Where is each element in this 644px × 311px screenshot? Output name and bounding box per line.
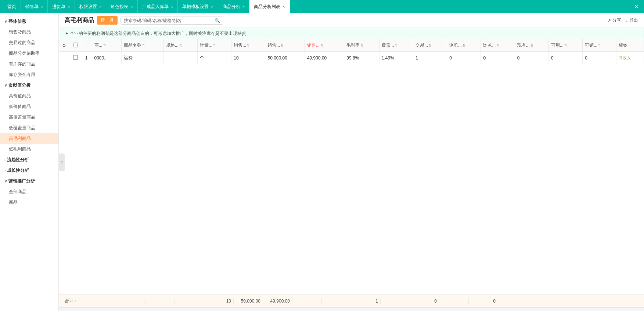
nav-tab-analysis-list[interactable]: 商品分析列表 × [249,0,289,13]
sort-arrows-icon-5: ⇅ [247,44,250,47]
cell-available: 0 [548,52,582,64]
cell-checkbox[interactable] [70,52,81,64]
cell-salable: 0 [583,52,616,64]
nav-tab-role-permission[interactable]: 角色授权 × [106,0,137,13]
arrow-down-icon: ∨ [4,19,7,23]
column-unit[interactable]: 计量...⇅ [198,39,231,52]
column-browse1[interactable]: 浏览...⇅ [447,39,481,52]
column-margin-rate[interactable]: 毛利率⇅ [344,39,379,52]
sort-arrows-icon-15: ⇅ [598,44,601,47]
arrow-down-icon-3: ∨ [4,179,7,183]
sort-arrows-icon-14: ⇅ [564,44,567,47]
column-name[interactable]: 商品名称⇅ [121,39,163,52]
close-entry-icon[interactable]: × [171,4,173,9]
close-analysis-list-icon[interactable]: × [283,4,285,9]
sidebar-collapse-button[interactable]: « [59,153,65,171]
nav-tab-product-entry[interactable]: 产成品入库单 × [138,0,178,13]
tag-badge: 高收入 [619,55,631,60]
column-browse2[interactable]: 浏览...⇅ [481,39,515,52]
column-current-stock[interactable]: 现有...⇅ [515,39,548,52]
close-sales-icon[interactable]: × [41,4,43,9]
footer-browse2: 0 [410,299,439,304]
sort-arrows-icon-12: ⇅ [496,44,499,47]
horizontal-scrollbar[interactable] [59,307,644,311]
cell-spec [163,52,197,64]
sort-arrows-icon-2: ⇅ [142,44,145,47]
column-num [81,39,92,52]
column-spec[interactable]: 规格...⇅ [163,39,197,52]
footer-sales-amount: 50,000.00 [234,299,263,304]
sidebar-group-marketing[interactable]: ∨ 营销推广分析 [0,176,58,187]
close-template-icon[interactable]: × [211,4,213,9]
column-coverage[interactable]: 覆盖...⇅ [379,39,413,52]
content-area: « 高毛利商品 近一月 🔍 ↗ 分享 ↓ 导出 ✦ 企业 [59,13,644,311]
sidebar-item-high-value[interactable]: 高价值商品 [0,91,58,101]
column-sales-qty[interactable]: 销售...⇅ [231,39,265,52]
column-available[interactable]: 可用...⇅ [548,39,582,52]
sidebar-item-in-stock[interactable]: 有库存的商品 [0,59,58,69]
nav-tab-purchase[interactable]: 进货单 × [48,0,75,13]
page-title: 高毛利商品 [65,17,94,24]
arrow-right-icon: › [4,158,6,162]
footer-empty-margin [292,299,322,304]
total-label: 合计： [65,298,78,304]
sidebar-item-new-goods[interactable]: 新品 [0,197,58,208]
cell-coverage: 1.49% [379,52,413,64]
cell-unit: 个 [198,52,231,64]
nav-tab-sales[interactable]: 销售单 × [21,0,48,13]
main-layout: ∨ 整体信息 销售货商品 交易过的商品 商品分类辅助率 有库存的商品 库存资金占… [0,13,644,311]
column-sales-amount[interactable]: 销售...⇅ [265,39,305,52]
column-trade[interactable]: 交易...⇅ [413,39,447,52]
footer-cells: 10 50,000.00 49,900.00 1 0 0 [87,299,498,304]
sidebar-item-high-coverage[interactable]: 高覆盖量商品 [0,112,58,123]
sidebar-item-all-goods[interactable]: 全部商品 [0,187,58,197]
sidebar-group-finance[interactable]: ∨ 贡献值分析 [0,80,58,91]
column-tag[interactable]: 标签 [616,39,644,52]
select-all-checkbox[interactable] [73,43,78,47]
cell-sales-qty: 10 [231,52,265,64]
search-input[interactable] [124,18,215,23]
notice-text: ✦ 企业的主要的利润都是这部分商品创造的，可考虑加大推广，同时关注库存是不要出现… [65,30,246,37]
table-container: ⚙ 商...⇅ 商品名称⇅ 规格...⇅ 计量...⇅ 销售...⇅ 销售...… [59,39,644,294]
cell-sales-cost: 49,900.00 [305,52,344,64]
sidebar-item-low-coverage[interactable]: 低覆盖量商品 [0,123,58,133]
nav-tab-analysis[interactable]: 商品分析 × [218,0,249,13]
column-code[interactable]: 商...⇅ [92,39,121,52]
close-permission-icon[interactable]: × [99,4,101,9]
sidebar-item-traded-goods[interactable]: 交易过的商品 [0,37,58,48]
nav-tab-template[interactable]: 单据模板设置 × [178,0,218,13]
sidebar-group-overall[interactable]: ∨ 整体信息 [0,16,58,27]
search-box: 🔍 [120,17,223,25]
footer-browse1 [381,299,410,304]
close-role-icon[interactable]: × [130,4,133,9]
sidebar-group-trend[interactable]: › 流趋性分析 [0,155,58,165]
sidebar-item-high-margin[interactable]: 高毛利商品 [0,133,58,144]
sidebar-item-low-margin[interactable]: 低毛利商品 [0,144,58,155]
sidebar-item-low-value[interactable]: 低价值商品 [0,101,58,112]
cell-browse1[interactable]: 0 [447,52,481,64]
share-button[interactable]: ↗ 分享 [607,17,621,23]
nav-tab-permission-settings[interactable]: 权限设置 × [75,0,106,13]
share-icon: ↗ [607,18,611,23]
sidebar: ∨ 整体信息 销售货商品 交易过的商品 商品分类辅助率 有库存的商品 库存资金占… [0,13,59,311]
row-checkbox[interactable] [73,55,78,60]
sidebar-item-analysis-assist[interactable]: 商品分类辅助率 [0,48,58,59]
footer-sales-cost: 49,900.00 [263,299,292,304]
sidebar-group-growth[interactable]: › 成长性分析 [0,165,58,176]
column-settings[interactable]: ⚙ [59,39,70,52]
sidebar-item-capital[interactable]: 库存资金占用 [0,69,58,80]
column-salable[interactable]: 可销...⇅ [583,39,616,52]
footer-current-stock [439,299,469,304]
window-close-button[interactable]: × [632,3,641,10]
column-sales-cost[interactable]: 销售...⇅ [305,39,344,52]
nav-tab-home[interactable]: 首页 [3,0,21,13]
search-icon[interactable]: 🔍 [215,18,220,23]
close-purchase-icon[interactable]: × [68,4,70,9]
sidebar-item-sales-goods[interactable]: 销售货商品 [0,27,58,37]
footer-sales-qty: 10 [204,299,234,304]
browse1-link[interactable]: 0 [449,55,452,61]
export-button[interactable]: ↓ 导出 [626,17,638,23]
time-filter-button[interactable]: 近一月 [97,16,118,25]
close-analysis-icon[interactable]: × [242,4,245,9]
column-checkbox[interactable] [70,39,81,52]
